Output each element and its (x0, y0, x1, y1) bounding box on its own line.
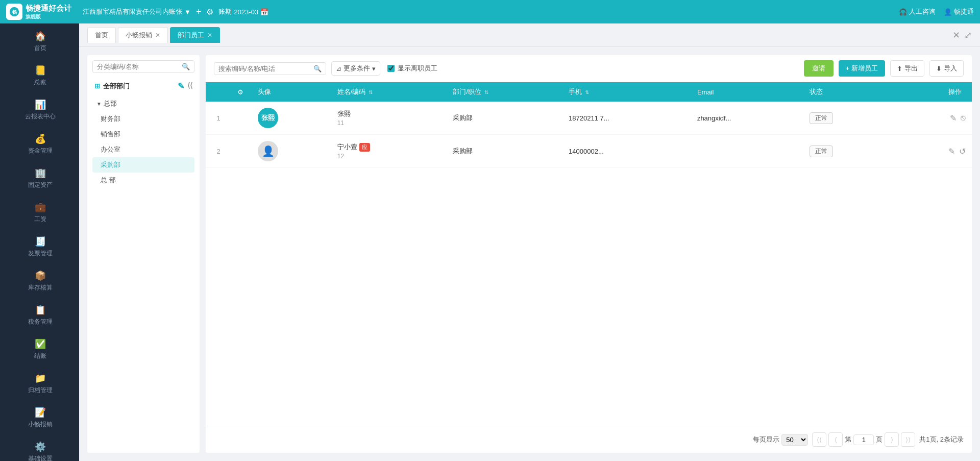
home-icon: 🏠 (35, 31, 46, 42)
filter-button[interactable]: ⊿ 更多条件 ▾ (331, 61, 380, 76)
tab-close-dept[interactable]: ✕ (207, 32, 212, 39)
sidebar-item-label: 税务管理 (28, 318, 53, 326)
dept-search-input[interactable] (97, 63, 179, 70)
edit-employee-button[interactable]: ✎ (950, 113, 957, 123)
dept-item-finance[interactable]: 财务部 (92, 111, 194, 127)
expense-icon: 📝 (35, 407, 46, 418)
ledger-icon: 📒 (35, 65, 46, 76)
settings-icon[interactable]: ⚙ (206, 7, 213, 17)
add-company-button[interactable]: + (196, 7, 202, 17)
sidebar-item-home[interactable]: 🏠 首页 (0, 23, 79, 58)
import-button[interactable]: ⬇ 导入 (929, 60, 964, 77)
sidebar-item-settings[interactable]: ⚙️ 基础设置 (0, 434, 79, 461)
col-dept[interactable]: 部门/职位 ⇅ (447, 82, 562, 102)
tab-home[interactable]: 首页 (87, 27, 116, 43)
sidebar-item-tax[interactable]: 📋 税务管理 (0, 297, 79, 331)
sidebar-item-label: 固定资产 (28, 181, 53, 189)
sidebar-item-ledger[interactable]: 📒 总账 (0, 58, 79, 92)
tab-close-report[interactable]: ✕ (155, 32, 160, 39)
dept-item-hq[interactable]: 总 部 (92, 173, 194, 188)
sidebar-item-salary[interactable]: 💼 工资 (0, 195, 79, 229)
main-layout: 🏠 首页 📒 总账 📊 云报表中心 💰 资金管理 🏢 固定资产 💼 工资 🧾 发… (0, 23, 980, 461)
expand-window-button[interactable]: ⤢ (964, 30, 972, 41)
edit-employee-button[interactable]: ✎ (948, 147, 955, 156)
col-avatar: 头像 (252, 82, 331, 102)
next-page-button[interactable]: ⟩ (885, 432, 899, 447)
table-row: 1 张熙 张熙 11 (206, 102, 972, 135)
service-button[interactable]: 🎧 人工咨询 (899, 7, 936, 16)
sidebar-item-reports[interactable]: 📊 云报表中心 (0, 92, 79, 126)
sidebar-item-settle[interactable]: ✅ 结账 (0, 331, 79, 366)
employee-code: 12 (337, 153, 441, 160)
all-departments-item[interactable]: ⊞ 全部部门 ✎ ⟨⟨ (92, 78, 194, 94)
employee-data-table: ⚙ 头像 姓名/编码 ⇅ 部门/职位 ⇅ 手机 ⇅ Email 状态 操作 (206, 82, 972, 168)
invite-button[interactable]: 邀请 (804, 60, 834, 77)
dept-item-general[interactable]: ▼ 总部 (92, 96, 194, 111)
sidebar-item-label: 小畅报销 (28, 420, 53, 429)
import-icon: ⬇ (936, 65, 942, 72)
col-no (206, 82, 231, 102)
calendar-icon[interactable]: 📅 (260, 8, 268, 16)
close-window-button[interactable]: ✕ (952, 30, 960, 41)
user-menu[interactable]: 👤 畅捷通 (944, 7, 974, 16)
employee-table: ⚙ 头像 姓名/编码 ⇅ 部门/职位 ⇅ 手机 ⇅ Email 状态 操作 (206, 82, 972, 426)
grid-icon: ⊞ (94, 82, 100, 90)
department-panel: 🔍 ⊞ 全部部门 ✎ ⟨⟨ ▼ 总部 (87, 55, 200, 453)
add-employee-button[interactable]: + 新增员工 (839, 60, 885, 77)
page-input[interactable] (853, 434, 874, 445)
dept-item-office[interactable]: 办公室 (92, 142, 194, 157)
employee-panel: 🔍 ⊿ 更多条件 ▾ 显示离职员工 邀请 + (206, 55, 972, 453)
last-page-button[interactable]: ⟩⟩ (901, 432, 915, 447)
col-name[interactable]: 姓名/编码 ⇅ (331, 82, 447, 102)
chevron-down-icon: ▾ (372, 65, 376, 72)
first-page-button[interactable]: ⟨⟨ (812, 432, 826, 447)
export-button[interactable]: ⬆ 导出 (890, 60, 924, 77)
col-phone[interactable]: 手机 ⇅ (562, 82, 691, 102)
sidebar-item-label: 发票管理 (28, 249, 53, 258)
row-name-code: 宁小萱 应 12 (331, 135, 447, 168)
row-name-code: 张熙 11 (331, 102, 447, 135)
dept-search-icon[interactable]: 🔍 (182, 63, 190, 70)
edition-label: 旗舰版 (26, 13, 71, 20)
company-selector[interactable]: 江西服宝精品有限责任公司内账张 ▼ (83, 7, 191, 16)
show-resigned-checkbox[interactable] (387, 65, 395, 72)
dept-item-sales[interactable]: 销售部 (92, 127, 194, 142)
row-actions: ✎ ⎋ (895, 102, 972, 135)
sidebar-item-stock[interactable]: 📦 库存核算 (0, 263, 79, 297)
employee-code: 11 (337, 119, 441, 127)
sidebar-item-assets[interactable]: 🏢 固定资产 (0, 160, 79, 195)
edit-dept-icon[interactable]: ✎ (178, 81, 184, 91)
tab-dept[interactable]: 部门员工 ✕ (170, 27, 220, 43)
reports-icon: 📊 (35, 99, 46, 110)
prev-page-button[interactable]: ⟨ (828, 432, 843, 447)
per-page-dropdown[interactable]: 50 10 20 100 (781, 434, 808, 446)
settings-nav-icon: ⚙️ (35, 441, 46, 452)
col-actions: 操作 (895, 82, 972, 102)
pagination: 每页显示 50 10 20 100 ⟨⟨ ⟨ 第 (206, 426, 972, 453)
tax-icon: 📋 (35, 304, 46, 316)
topbar-right: 🎧 人工咨询 👤 畅捷通 (899, 7, 974, 16)
collapse-dept-icon[interactable]: ⟨⟨ (187, 81, 192, 91)
tab-report[interactable]: 小畅报销 ✕ (118, 27, 168, 43)
dept-item-purchase[interactable]: 采购部 (92, 157, 194, 173)
user-avatar-icon: 👤 (944, 8, 952, 16)
employee-toolbar: 🔍 ⊿ 更多条件 ▾ 显示离职员工 邀请 + (206, 55, 972, 82)
sidebar-item-invoice[interactable]: 🧾 发票管理 (0, 229, 79, 263)
logout-employee-button[interactable]: ⎋ (961, 113, 966, 123)
delete-employee-button[interactable]: ↺ (959, 147, 966, 156)
employee-search-input[interactable] (218, 65, 310, 72)
sidebar-item-archive[interactable]: 📁 归档管理 (0, 366, 79, 400)
row-phone: 18720211 7... (562, 102, 691, 135)
all-dept-label: 全部部门 (103, 82, 130, 91)
sidebar-item-funds[interactable]: 💰 资金管理 (0, 126, 79, 160)
row-settings (231, 135, 252, 168)
logo-icon: 畅 (6, 4, 22, 20)
employee-name: 宁小萱 应 (337, 142, 441, 152)
sidebar-item-expense[interactable]: 📝 小畅报销 (0, 400, 79, 434)
row-avatar: 张熙 (252, 102, 331, 135)
status-badge: 正常 (810, 112, 833, 124)
search-icon[interactable]: 🔍 (313, 65, 322, 72)
employee-name: 张熙 (337, 109, 441, 118)
col-settings[interactable]: ⚙ (231, 82, 252, 102)
row-phone: 14000002... (562, 135, 691, 168)
